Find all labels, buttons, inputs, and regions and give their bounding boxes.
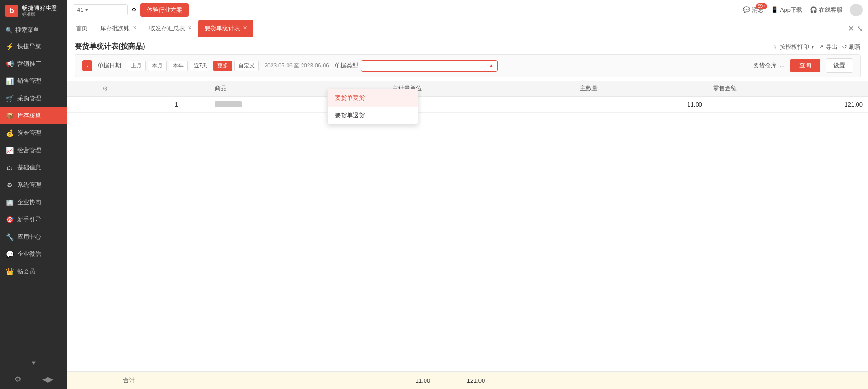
date-btn-last-month[interactable]: 上月 (127, 61, 146, 71)
filter-expand-btn[interactable]: › (82, 60, 92, 71)
store-selector[interactable]: 41 ▾ (73, 4, 128, 15)
date-btn-this-month[interactable]: 本月 (148, 61, 167, 71)
tab-inventory-batch[interactable]: 库存批次账 ✕ (94, 20, 143, 37)
print-chevron-icon: ▾ (811, 43, 814, 50)
dropdown-item-order-goods[interactable]: 要货单要货 (328, 89, 418, 107)
row-amount: 121.00 (708, 97, 868, 113)
online-service-label: 在线客服 (819, 6, 842, 14)
print-btn[interactable]: 🖨 按模板打印 ▾ (772, 43, 814, 51)
sidebar-item-marketing[interactable]: 📢 营销推广 (0, 55, 67, 72)
sidebar-item-label: 企业协同 (17, 198, 41, 206)
table-header-quantity: 主数量 (575, 81, 708, 97)
sidebar-item-inventory[interactable]: 📦 库存核算 (0, 107, 67, 124)
date-btn-last-7days[interactable]: 近7天 (190, 61, 212, 71)
app-icon: 📱 (771, 6, 778, 13)
appstore-icon: 🔧 (5, 233, 14, 241)
finance-icon: 💰 (5, 129, 14, 137)
sidebar-item-label: 经营管理 (17, 146, 41, 154)
messages-btn[interactable]: 💬 消息 99+ (743, 6, 764, 14)
enterprise-icon: 🏢 (5, 198, 14, 206)
page-title: 要货单统计表(按商品) (75, 42, 145, 51)
data-table: ⚙ 商品 主计量单位 主数量 零售金额 1 (67, 81, 868, 113)
sidebar-item-base[interactable]: 🗂 基础信息 (0, 159, 67, 176)
sidebar-item-operations[interactable]: 📈 经营管理 (0, 142, 67, 159)
sidebar-item-label: 销售管理 (17, 77, 41, 85)
sidebar-scroll-down[interactable]: ▼ (0, 357, 67, 369)
close-window-icon[interactable]: ✕ (848, 24, 854, 33)
settings-bottom-btn[interactable]: ⚙ (13, 373, 23, 385)
table-header-settings[interactable]: ⚙ (67, 81, 144, 97)
tab-receive-send-label: 收发存汇总表 (149, 24, 185, 32)
purchase-icon: 🛒 (5, 94, 14, 102)
avatar (850, 4, 863, 16)
sidebar-item-sales[interactable]: 📊 销售管理 (0, 72, 67, 90)
store-name: 41 (77, 6, 83, 13)
system-icon: ⚙ (5, 181, 14, 189)
tab-home[interactable]: 首页 (69, 20, 94, 37)
type-filter-label: 单据类型 (334, 61, 358, 70)
query-button[interactable]: 查询 (790, 59, 820, 72)
sidebar-nav: ⚡ 快捷导航 📢 营销推广 📊 销售管理 🛒 采购管理 📦 库存核算 💰 资金管… (0, 38, 67, 357)
refresh-icon: ↺ (842, 43, 847, 50)
app-download-label: App下载 (780, 6, 802, 14)
tab-order-stats-close[interactable]: ✕ (243, 25, 247, 31)
warehouse-filter-dots[interactable]: ··· (780, 62, 785, 69)
online-service-btn[interactable]: 🎧 在线客服 (810, 6, 842, 14)
tab-receive-send[interactable]: 收发存汇总表 ✕ (143, 20, 198, 37)
sidebar-item-wechat[interactable]: 💬 企业微信 (0, 246, 67, 263)
maximize-window-icon[interactable]: ⤡ (857, 24, 863, 33)
sales-icon: 📊 (5, 77, 14, 85)
sidebar-item-label: 企业微信 (17, 250, 41, 258)
sidebar-item-guide[interactable]: 🎯 新手引导 (0, 211, 67, 228)
refresh-btn[interactable]: ↺ 刷新 (842, 43, 861, 51)
tabbar: 首页 库存批次账 ✕ 收发存汇总表 ✕ 要货单统计表 ✕ ✕ ⤡ (67, 20, 868, 37)
table-header-amount: 零售金额 (708, 81, 868, 97)
sidebar-item-shortcut[interactable]: ⚡ 快捷导航 (0, 38, 67, 55)
filter-settings-button[interactable]: 设置 (826, 58, 853, 73)
member-icon: 👑 (5, 267, 14, 276)
sidebar-item-label: 库存核算 (17, 112, 41, 120)
export-btn[interactable]: ↗ 导出 (819, 43, 837, 51)
chevron-down-icon: ▾ (85, 6, 88, 13)
dropdown-item-return-goods[interactable]: 要货单退货 (328, 107, 418, 124)
trial-button[interactable]: 体验行业方案 (140, 3, 189, 17)
sidebar-search[interactable]: 🔍 搜索菜单 (0, 22, 67, 38)
collapse-sidebar-btn[interactable]: ◀▶ (41, 373, 55, 385)
tab-order-stats[interactable]: 要货单统计表 ✕ (198, 20, 253, 37)
topbar-right: 💬 消息 99+ 📱 App下载 🎧 在线客服 (743, 4, 863, 16)
sidebar-item-member[interactable]: 👑 畅会员 (0, 263, 67, 280)
type-filter-arrow[interactable]: ▲ (488, 62, 494, 69)
main-area: 41 ▾ ⚙ 体验行业方案 💬 消息 99+ 📱 App下载 🎧 在线客服 (67, 0, 868, 389)
sidebar-item-purchase[interactable]: 🛒 采购管理 (0, 90, 67, 107)
base-icon: 🗂 (5, 164, 14, 172)
logo-icon: b (5, 5, 18, 17)
topbar-gear-icon[interactable]: ⚙ (131, 6, 137, 13)
date-btn-custom[interactable]: 自定义 (234, 61, 259, 71)
sidebar-item-enterprise[interactable]: 🏢 企业协同 (0, 194, 67, 211)
type-filter-wrapper: ▲ (361, 60, 498, 72)
type-filter-input[interactable] (361, 60, 498, 72)
row-index: 1 (144, 97, 210, 113)
tab-inventory-batch-close[interactable]: ✕ (133, 25, 137, 31)
sidebar-item-finance[interactable]: 💰 资金管理 (0, 124, 67, 142)
row-quantity: 11.00 (575, 97, 708, 113)
user-avatar-btn[interactable] (850, 4, 863, 16)
tab-receive-send-close[interactable]: ✕ (188, 25, 192, 31)
sidebar-item-system[interactable]: ⚙ 系统管理 (0, 176, 67, 194)
page-actions: 🖨 按模板打印 ▾ ↗ 导出 ↺ 刷新 (772, 43, 861, 51)
tab-order-stats-label: 要货单统计表 (205, 24, 240, 32)
footer-amount: 121.00 (439, 377, 494, 384)
date-btn-more[interactable]: 更多 (213, 61, 232, 71)
date-range-display: 2023-05-06 至 2023-06-06 (264, 62, 329, 70)
operations-icon: 📈 (5, 146, 14, 154)
tab-inventory-batch-label: 库存批次账 (100, 24, 130, 32)
tab-window-controls: ✕ ⤡ (844, 20, 866, 37)
date-btn-this-year[interactable]: 本年 (169, 61, 188, 71)
filter-warehouse-section: 要货仓库 ··· (753, 61, 785, 70)
logo-sub: 标准版 (22, 12, 57, 17)
search-icon: 🔍 (5, 27, 13, 34)
sidebar-item-appstore[interactable]: 🔧 应用中心 (0, 228, 67, 246)
sidebar-item-label: 基础信息 (17, 164, 41, 172)
wechat-icon: 💬 (5, 250, 14, 258)
app-download-btn[interactable]: 📱 App下载 (771, 6, 802, 14)
